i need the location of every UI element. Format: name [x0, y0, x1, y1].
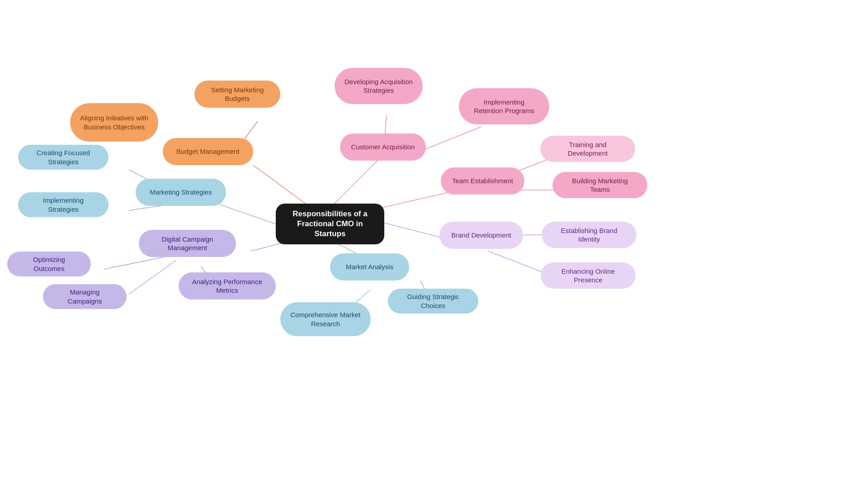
- analyzing-metrics-node: Analyzing Performance Metrics: [179, 272, 276, 300]
- digital-campaign-node: Digital Campaign Management: [139, 230, 236, 257]
- team-establishment-node: Team Establishment: [441, 167, 524, 195]
- customer-acquisition-node: Customer Acquisition: [340, 133, 426, 161]
- implementing-strategies-node: Implementing Strategies: [18, 192, 108, 217]
- comprehensive-research-node: Comprehensive Market Research: [280, 302, 371, 336]
- svg-line-9: [129, 260, 176, 294]
- training-development-node: Training and Development: [540, 136, 635, 162]
- svg-line-10: [335, 154, 384, 204]
- marketing-strategies-node: Marketing Strategies: [136, 179, 226, 206]
- budget-management-node: Budget Management: [163, 138, 253, 165]
- svg-line-12: [425, 127, 481, 149]
- guiding-choices-node: Guiding Strategic Choices: [388, 289, 478, 314]
- enhancing-online-node: Enhancing Online Presence: [541, 262, 636, 289]
- svg-line-8: [104, 256, 171, 269]
- setting-budgets-node: Setting Marketing Budgets: [194, 81, 280, 108]
- aligning-initiatives-node: Aligning Initiatives with Business Objec…: [70, 103, 158, 142]
- developing-acquisition-node: Developing Acquisition Strategies: [335, 68, 423, 104]
- market-analysis-node: Market Analysis: [330, 253, 409, 281]
- brand-development-node: Brand Development: [439, 222, 523, 249]
- optimizing-node: Optimizing Outcomes: [7, 252, 91, 276]
- implementing-retention-node: Implementing Retention Programs: [459, 88, 549, 124]
- center-node: Responsibilities of a Fractional CMO in …: [276, 204, 384, 244]
- svg-line-3: [217, 204, 276, 224]
- creating-strategies-node: Creating Focused Strategies: [18, 145, 108, 170]
- svg-line-13: [380, 190, 459, 208]
- establishing-brand-node: Establishing Brand Identity: [542, 222, 637, 248]
- managing-campaigns-node: Managing Campaigns: [43, 284, 127, 309]
- building-teams-node: Building Marketing Teams: [552, 172, 647, 198]
